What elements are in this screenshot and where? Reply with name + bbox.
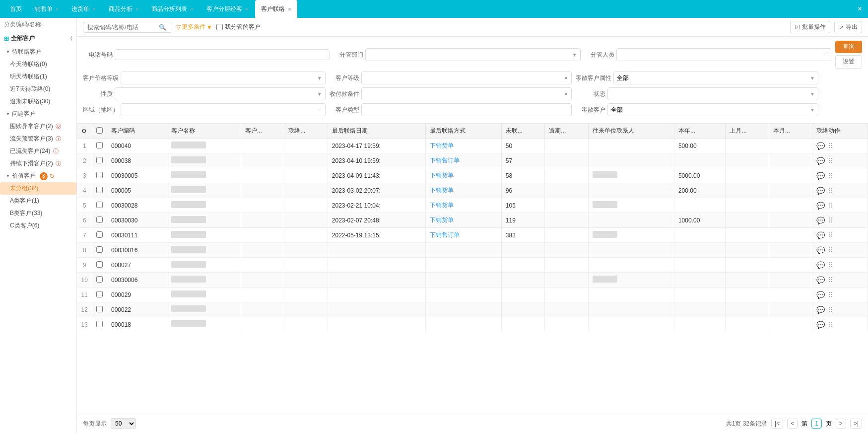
select-customer-level[interactable]: ▼ (361, 72, 572, 84)
select-all-checkbox[interactable] (96, 127, 103, 134)
sidebar-item-churned[interactable]: 已流失客户(24) ⓘ (0, 145, 76, 157)
tab-purchase[interactable]: 进货单 × (66, 0, 101, 18)
more-icon[interactable]: ⠿ (828, 157, 833, 165)
select-status[interactable]: ▼ (607, 87, 818, 100)
tab-goods-analysis-list[interactable]: 商品分析列表 × (145, 0, 199, 18)
row-checkbox[interactable] (96, 142, 103, 148)
select-customer-type[interactable] (361, 103, 572, 116)
search-box[interactable]: 🔍 (83, 22, 172, 33)
cell-checkbox[interactable] (92, 317, 107, 332)
sidebar-item-churn-warning[interactable]: 流失预警客户(3) ⓘ (0, 133, 76, 145)
message-icon[interactable]: 💬 (816, 187, 825, 195)
pending-contact-group[interactable]: ▼ 待联络客户 (0, 46, 76, 58)
more-icon[interactable]: ⠿ (828, 276, 833, 284)
cell-last-method[interactable]: 下销货单 (426, 183, 502, 198)
row-checkbox[interactable] (96, 246, 103, 253)
more-icon[interactable]: ⠿ (828, 216, 833, 224)
cell-last-method[interactable] (426, 243, 502, 258)
export-button[interactable]: ↗ 导出 (834, 21, 862, 33)
cell-checkbox[interactable] (92, 213, 107, 228)
row-checkbox[interactable] (96, 157, 103, 163)
cell-checkbox[interactable] (92, 243, 107, 258)
current-page[interactable]: 1 (811, 419, 822, 429)
last-method-link[interactable]: 下销售订单 (430, 231, 460, 238)
settings-icon[interactable]: ⚙ (81, 128, 87, 135)
last-method-link[interactable]: 下销货单 (430, 216, 454, 223)
sidebar-item-declining[interactable]: 持续下滑客户(2) ⓘ (0, 157, 76, 170)
more-icon[interactable]: ⠿ (828, 291, 833, 299)
more-icon[interactable]: ⠿ (828, 261, 833, 269)
cell-checkbox[interactable] (92, 258, 107, 273)
batch-ops-button[interactable]: ☑ 批量操作 (790, 21, 830, 33)
search-icon[interactable]: 🔍 (159, 24, 166, 31)
input-phone[interactable] (115, 49, 330, 60)
prev-page-button[interactable]: < (787, 419, 798, 429)
more-icon[interactable]: ⠿ (828, 172, 833, 180)
cell-last-method[interactable]: 下销货单 (426, 213, 502, 228)
sidebar-item-class-a[interactable]: A类客户(1) (0, 195, 76, 207)
sidebar-item-class-b[interactable]: B类客户(33) (0, 207, 76, 219)
more-icon[interactable]: ⠿ (828, 142, 833, 150)
close-sales-tab[interactable]: × (56, 6, 59, 12)
more-icon[interactable]: ⠿ (828, 202, 833, 210)
refresh-icon[interactable]: ↻ (50, 173, 55, 180)
tab-home[interactable]: 首页 (4, 0, 28, 18)
last-method-link[interactable]: 下销货单 (430, 187, 454, 194)
more-icon[interactable]: ⠿ (828, 231, 833, 239)
cell-last-method[interactable] (426, 302, 502, 317)
more-icon[interactable]: ⠿ (828, 306, 833, 314)
sidebar-item-class-c[interactable]: C类客户(6) (0, 219, 76, 232)
close-customer-contact-tab[interactable]: × (288, 6, 291, 12)
close-goods-analysis-list-tab[interactable]: × (190, 6, 193, 12)
select-region[interactable]: ··· (121, 103, 326, 116)
message-icon[interactable]: 💬 (816, 142, 825, 150)
reset-button[interactable]: 设置 (835, 55, 862, 69)
message-icon[interactable]: 💬 (816, 291, 825, 299)
close-purchase-tab[interactable]: × (92, 6, 95, 12)
cell-last-method[interactable] (426, 288, 502, 302)
select-retail-customer[interactable]: 全部 ▼ (607, 103, 818, 116)
message-icon[interactable]: 💬 (816, 231, 825, 239)
message-icon[interactable]: 💬 (816, 157, 825, 165)
last-method-link[interactable]: 下销售订单 (430, 157, 460, 164)
select-manager[interactable]: ··· (616, 48, 831, 61)
tab-sales[interactable]: 销售单 × (29, 0, 65, 18)
select-retail-attr[interactable]: 全部 ▼ (613, 72, 818, 84)
cell-checkbox[interactable] (92, 228, 107, 243)
close-goods-analysis-tab[interactable]: × (135, 6, 138, 12)
cell-last-method[interactable]: 下销货单 (426, 139, 502, 153)
next-page-button[interactable]: > (836, 419, 846, 429)
message-icon[interactable]: 💬 (816, 216, 825, 224)
cell-checkbox[interactable] (92, 139, 107, 153)
sidebar-search-box[interactable]: 🔍 (0, 18, 76, 31)
row-checkbox[interactable] (96, 276, 103, 283)
row-checkbox[interactable] (96, 291, 103, 297)
message-icon[interactable]: 💬 (816, 261, 825, 269)
first-page-button[interactable]: |< (771, 419, 783, 429)
close-all-button[interactable]: × (856, 2, 864, 15)
my-customers-check[interactable] (216, 24, 223, 30)
cell-last-method[interactable]: 下销售订单 (426, 228, 502, 243)
cell-checkbox[interactable] (92, 153, 107, 168)
tab-customer-contact[interactable]: 客户联络 × (255, 0, 297, 18)
cell-last-method[interactable] (426, 317, 502, 332)
cell-checkbox[interactable] (92, 302, 107, 317)
select-payment-terms[interactable]: ▼ (361, 87, 572, 100)
problem-customers-group[interactable]: ▼ 问题客户 (0, 108, 76, 120)
sidebar-item-overdue[interactable]: 逾期未联络(30) (0, 95, 76, 108)
row-checkbox[interactable] (96, 187, 103, 193)
last-method-link[interactable]: 下销货单 (430, 172, 454, 179)
cell-last-method[interactable]: 下销货单 (426, 198, 502, 213)
row-checkbox[interactable] (96, 202, 103, 208)
cell-checkbox[interactable] (92, 168, 107, 183)
more-icon[interactable]: ⠿ (828, 246, 833, 254)
select-dept[interactable]: ▼ (365, 48, 580, 61)
sidebar-item-ungroup[interactable]: 未分组(32) (0, 182, 76, 195)
last-page-button[interactable]: >| (850, 419, 862, 429)
cell-checkbox[interactable] (92, 273, 107, 288)
cell-last-method[interactable]: 下销货单 (426, 168, 502, 183)
th-checkbox[interactable] (92, 124, 107, 139)
row-checkbox[interactable] (96, 231, 103, 238)
sidebar-item-7days[interactable]: 近7天待联络(0) (0, 83, 76, 95)
close-customer-layer-tab[interactable]: × (245, 6, 248, 12)
